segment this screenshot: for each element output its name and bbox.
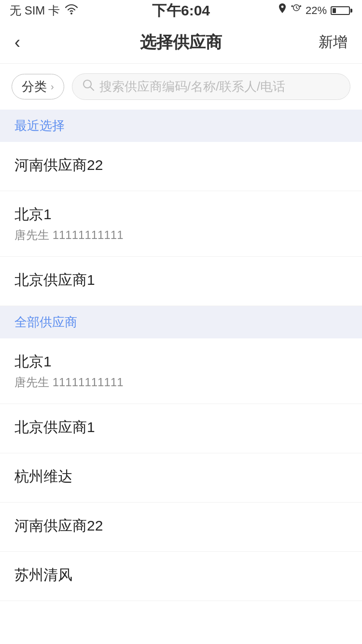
status-bar-time: 下午6:04 [152, 1, 210, 21]
item-name: 苏州清风 [14, 565, 348, 585]
list-item[interactable]: 北京1唐先生 11111111111 [0, 191, 362, 257]
battery-percent: 22% [306, 4, 327, 17]
status-bar-left: 无 SIM 卡 [10, 3, 78, 18]
item-name: 北京1 [14, 205, 348, 224]
category-filter-button[interactable]: 分类 › [12, 74, 64, 99]
list-item[interactable]: 北京1唐先生 11111111111 [0, 338, 362, 404]
item-sub: 唐先生 11111111111 [14, 375, 348, 390]
all-items-list: 北京1唐先生 11111111111北京供应商1杭州维达河南供应商22苏州清风 [0, 338, 362, 601]
svg-line-1 [90, 87, 94, 90]
item-sub: 唐先生 11111111111 [14, 227, 348, 243]
search-icon [82, 79, 95, 95]
status-bar-right: 22% [278, 3, 352, 18]
status-bar: 无 SIM 卡 下午6:04 22% [0, 0, 362, 21]
filter-bar: 分类 › [0, 64, 362, 110]
chevron-right-icon: › [51, 81, 54, 92]
back-button[interactable]: ‹ [14, 32, 43, 53]
list-item[interactable]: 河南供应商22 [0, 503, 362, 552]
list-item[interactable]: 北京供应商1 [0, 404, 362, 453]
add-button[interactable]: 新增 [319, 32, 348, 52]
recent-section-label: 最近选择 [14, 118, 65, 133]
item-name: 北京供应商1 [14, 270, 348, 290]
item-name: 杭州维达 [14, 467, 348, 487]
search-input[interactable] [99, 79, 340, 94]
list-item[interactable]: 苏州清风 [0, 552, 362, 601]
alarm-icon [291, 3, 302, 18]
carrier-text: 无 SIM 卡 [10, 3, 60, 18]
list-item[interactable]: 北京供应商1 [0, 257, 362, 306]
list-item[interactable]: 杭州维达 [0, 453, 362, 503]
item-name: 河南供应商22 [14, 516, 348, 536]
page-title: 选择供应商 [140, 31, 222, 54]
item-name: 北京供应商1 [14, 418, 348, 437]
all-section-label: 全部供应商 [14, 315, 77, 329]
search-box [72, 73, 350, 100]
item-name: 河南供应商22 [14, 155, 348, 175]
category-label: 分类 [22, 78, 47, 95]
all-section-header: 全部供应商 [0, 306, 362, 338]
battery-icon [331, 6, 352, 15]
item-name: 北京1 [14, 352, 348, 372]
recent-items-list: 河南供应商22北京1唐先生 11111111111北京供应商1 [0, 142, 362, 306]
recent-section-header: 最近选择 [0, 110, 362, 142]
location-icon [278, 3, 287, 18]
list-item[interactable]: 河南供应商22 [0, 142, 362, 191]
nav-bar: ‹ 选择供应商 新增 [0, 21, 362, 64]
wifi-icon [65, 4, 78, 17]
